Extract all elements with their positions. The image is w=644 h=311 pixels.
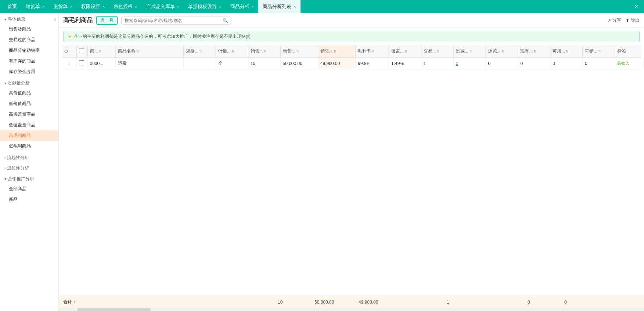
- th-browse2[interactable]: 浏览... ⇅: [486, 45, 518, 58]
- sort-icon-sales3: ⇅: [334, 50, 337, 53]
- share-button[interactable]: ↗ 分享: [607, 17, 621, 23]
- footer-browse2: 0: [564, 300, 594, 305]
- th-available[interactable]: 可用... ⇅: [550, 45, 583, 58]
- nav-permission-settings[interactable]: 权限设置 ×: [77, 0, 109, 13]
- th-current[interactable]: 现有... ⇅: [518, 45, 550, 58]
- sidebar-section-growth[interactable]: › 成长性分析: [0, 162, 58, 173]
- th-code[interactable]: 商... ⇅: [87, 45, 116, 58]
- section-arrow-contribution: ▾: [4, 81, 6, 85]
- close-role-auth[interactable]: ×: [135, 4, 137, 9]
- row-tag: 高收入: [615, 58, 641, 69]
- sidebar: « ▾ 整体信息 销售货商品 交易过的商品 商品分销助销率 有库存的商品 库存资…: [0, 13, 59, 311]
- nav-product-analysis[interactable]: 商品分析 ×: [226, 0, 258, 13]
- sidebar-item-in-stock[interactable]: 有库存的商品: [0, 56, 58, 66]
- nav-template-settings[interactable]: 单据模板设置 ×: [184, 0, 226, 13]
- sidebar-section-marketing[interactable]: ▾ 营销推广分析: [0, 173, 58, 184]
- table-container: ⚙ 商... ⇅ 商品名称: [59, 45, 644, 296]
- sidebar-item-sales-goods[interactable]: 销售货商品: [0, 24, 58, 35]
- row-saleable: 0: [583, 58, 615, 69]
- footer-transaction: 1: [447, 300, 483, 305]
- th-name[interactable]: 商品名称 ⇅: [116, 45, 184, 58]
- sidebar-item-all-goods[interactable]: 全部商品: [0, 184, 58, 194]
- row-available: 0: [550, 58, 583, 69]
- browse1-link[interactable]: 0: [456, 61, 458, 66]
- footer-sales1: 10: [278, 300, 307, 305]
- info-icon: ✦: [68, 34, 72, 39]
- close-product-analysis-list[interactable]: ×: [294, 4, 296, 9]
- sort-icon-browse1: ⇅: [469, 50, 472, 53]
- scrollbar-thumb[interactable]: [77, 308, 151, 311]
- sidebar-item-high-margin[interactable]: 高毛利商品: [0, 130, 58, 141]
- export-button[interactable]: ⬆ 导出: [626, 17, 640, 23]
- row-code: 0000...: [87, 58, 116, 69]
- share-icon: ↗: [607, 18, 611, 23]
- nav-home[interactable]: 首页: [3, 0, 21, 13]
- gear-icon[interactable]: ⚙: [64, 48, 68, 54]
- footer-summary: 合计： 10 50,000.00 49,900.00 1 0 0: [59, 296, 644, 308]
- search-icon[interactable]: 🔍: [223, 18, 228, 23]
- sidebar-item-new-goods[interactable]: 新品: [0, 194, 58, 205]
- close-template-settings[interactable]: ×: [219, 4, 221, 9]
- th-browse1[interactable]: 浏览... ⇅: [453, 45, 486, 58]
- close-permission[interactable]: ×: [102, 4, 105, 9]
- search-input[interactable]: [125, 18, 220, 23]
- close-product-analysis[interactable]: ×: [252, 4, 254, 9]
- nav-role-auth[interactable]: 角色授权 ×: [109, 0, 141, 13]
- sort-icon-unit: ⇅: [231, 50, 234, 53]
- close-all-tabs[interactable]: ×: [632, 3, 641, 10]
- nav-purchase-order[interactable]: 进货单 ×: [49, 0, 76, 13]
- footer-label: 合计：: [63, 299, 76, 305]
- th-sales3[interactable]: 销售... ⇅: [318, 45, 355, 58]
- sidebar-item-high-coverage[interactable]: 高覆盖量商品: [0, 109, 58, 120]
- section-arrow-trend: ›: [4, 156, 6, 160]
- th-transaction[interactable]: 交易... ⇅: [421, 45, 453, 58]
- sidebar-section-contribution[interactable]: ▾ 贡献量分析: [0, 77, 58, 88]
- th-tag[interactable]: 标签: [615, 45, 641, 58]
- nav-product-inbound[interactable]: 产成品入库单 ×: [142, 0, 184, 13]
- data-table: ⚙ 商... ⇅ 商品名称: [62, 45, 641, 69]
- th-gear[interactable]: ⚙: [62, 45, 76, 58]
- th-sales1[interactable]: 销售... ⇅: [248, 45, 280, 58]
- close-sales-order[interactable]: ×: [42, 4, 44, 9]
- export-icon: ⬆: [626, 18, 629, 23]
- search-box: 🔍: [121, 17, 231, 25]
- row-checkbox[interactable]: [79, 60, 84, 65]
- row-browse2: 0: [486, 58, 518, 69]
- section-arrow-marketing: ▾: [4, 177, 6, 181]
- section-arrow-growth: ›: [4, 166, 6, 170]
- th-spec[interactable]: 规格... ⇅: [183, 45, 216, 58]
- sidebar-item-inventory-capital[interactable]: 库存资金占用: [0, 66, 58, 77]
- sidebar-item-low-value[interactable]: 低价值商品: [0, 98, 58, 109]
- sidebar-section-trend[interactable]: › 流趋性分析: [0, 152, 58, 162]
- nav-sales-order[interactable]: 销货单 ×: [21, 0, 49, 13]
- th-sales2[interactable]: 销售... ⇅: [280, 45, 318, 58]
- nav-product-analysis-list[interactable]: 商品分析列表 ×: [258, 0, 300, 13]
- sort-icon-code: ⇅: [99, 50, 102, 53]
- select-all-checkbox[interactable]: [79, 48, 84, 53]
- sidebar-item-low-coverage[interactable]: 低覆盖量商品: [0, 120, 58, 130]
- th-unit[interactable]: 计量... ⇅: [216, 45, 248, 58]
- sort-icon-name: ⇅: [136, 50, 139, 53]
- sidebar-section-overall[interactable]: ▾ 整体信息: [0, 13, 58, 24]
- row-current: 0: [518, 58, 550, 69]
- sidebar-item-traded-goods[interactable]: 交易过的商品: [0, 35, 58, 45]
- row-browse1: 0: [453, 58, 486, 69]
- sidebar-item-low-margin[interactable]: 低毛利商品: [0, 141, 58, 152]
- footer-sales2: 50,000.00: [314, 300, 351, 305]
- th-coverage[interactable]: 覆盖... ⇅: [389, 45, 421, 58]
- sidebar-item-distribution-rate[interactable]: 商品分销助销率: [0, 45, 58, 56]
- info-banner: ✦ 企业的主要的利润都是这部分商品创造的，可考虑加大推广，同时关注库存是不要出现…: [63, 31, 640, 42]
- content-area: 高毛利商品 近一月 🔍 ↗ 分享 ⬆ 导出 ✦ 企业的主要的利润都是这部分商品创…: [59, 13, 644, 311]
- tag-label: 高收入: [617, 61, 629, 65]
- th-saleable[interactable]: 可销... ⇅: [583, 45, 615, 58]
- horizontal-scrollbar[interactable]: [59, 308, 644, 311]
- time-filter-button[interactable]: 近一月: [96, 16, 118, 25]
- sidebar-item-high-value[interactable]: 高价值商品: [0, 88, 58, 98]
- close-purchase-order[interactable]: ×: [70, 4, 72, 9]
- content-header: 高毛利商品 近一月 🔍 ↗ 分享 ⬆ 导出: [59, 13, 644, 28]
- row-number: 1: [62, 58, 76, 69]
- close-product-inbound[interactable]: ×: [177, 4, 179, 9]
- th-gross-rate[interactable]: 毛利率 ⇅: [356, 45, 389, 58]
- top-navigation: 首页 销货单 × 进货单 × 权限设置 × 角色授权 × 产成品入库单 × 单据…: [0, 0, 644, 13]
- sidebar-collapse-button[interactable]: «: [53, 16, 56, 22]
